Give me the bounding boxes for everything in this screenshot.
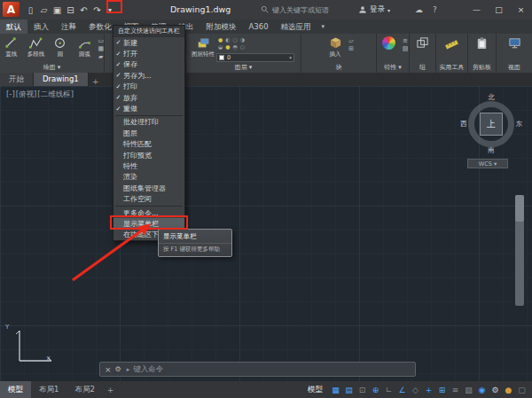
menu-item-save[interactable]: ✓保存 [113, 59, 184, 70]
layer-isolate-icon[interactable]: ◑ [240, 37, 245, 43]
autocad-logo-icon[interactable]: A [3, 2, 20, 17]
menu-item-open[interactable]: ✓打开 [113, 48, 184, 59]
close-button[interactable]: × [510, 0, 532, 20]
tab-annotate[interactable]: 注释 [55, 20, 82, 34]
arc-tool-button[interactable]: 圆弧 [74, 35, 97, 61]
menu-item-match-properties[interactable]: 特性匹配 [113, 139, 184, 150]
undo-icon[interactable]: ↶ [77, 3, 90, 17]
qat-customize-dropdown-button[interactable]: ▾ [104, 3, 116, 17]
tab-featured-apps[interactable]: 精选应用 [275, 20, 317, 34]
navigation-bar-thumb[interactable] [515, 195, 524, 222]
menu-item-undo[interactable]: ✓放弃 [113, 92, 184, 103]
match-properties-icon[interactable]: ≡ [403, 37, 409, 44]
layer-properties-button[interactable]: 图层特性 [190, 35, 216, 61]
tab-insert[interactable]: 插入 [27, 20, 55, 34]
annotation-scale-icon[interactable]: ◉ [475, 386, 489, 394]
polyline-tool-button[interactable]: 多段线 [25, 35, 48, 61]
clean-screen-icon[interactable]: ▢ [515, 386, 528, 394]
layer-unlock-icon[interactable]: ◓ [233, 44, 238, 50]
signin-button[interactable]: 登录 ▾ [358, 0, 390, 20]
drawing-area[interactable]: [-] [俯视] [二维线框] 北 南 西 东 上 WCS ▾ Y X × ⚙ … [0, 86, 532, 381]
help-search-box[interactable]: 键入关键字或短语 [261, 0, 329, 20]
save-icon[interactable]: ▣ [51, 3, 64, 17]
command-customize-icon[interactable]: ⚙ [115, 365, 121, 373]
paste-button[interactable] [471, 35, 494, 61]
view-button[interactable] [503, 35, 526, 61]
menu-item-render[interactable]: 渲染 [113, 172, 184, 183]
navigation-bar[interactable] [515, 195, 524, 306]
layer-lock-icon[interactable]: ○ [233, 37, 238, 43]
infer-constraints-icon[interactable]: ⊡ [356, 386, 369, 394]
menu-item-more-commands[interactable]: 更多命令... [113, 207, 184, 218]
panel-label-clipboard[interactable]: 剪贴板 [468, 63, 496, 72]
redo-icon[interactable]: ↷ [90, 3, 104, 17]
layer-on-icon[interactable]: ● [218, 37, 223, 43]
command-input[interactable]: 键入命令 [133, 364, 163, 375]
create-block-icon[interactable]: ▱ [348, 37, 354, 44]
viewcube-south-label[interactable]: 南 [460, 146, 522, 155]
layer-off-icon[interactable]: ◒ [218, 44, 223, 50]
layout-tab-layout2[interactable]: 布局2 [66, 381, 102, 398]
grid-icon[interactable]: ▦ [329, 386, 342, 394]
annotation-monitor-icon[interactable]: ● [502, 386, 515, 394]
layout-tab-model[interactable]: 模型 [0, 381, 31, 398]
hatch-icon[interactable]: ▦ [98, 45, 104, 52]
line-tool-button[interactable]: 直线 [0, 35, 23, 61]
menu-item-properties[interactable]: 特性 [113, 160, 184, 171]
group-button[interactable] [411, 35, 434, 61]
layer-freeze-icon[interactable]: ◐ [225, 37, 230, 43]
layer-thaw-icon[interactable]: ● [225, 44, 230, 50]
panel-label-block[interactable]: 块 [301, 63, 376, 72]
new-drawing-tab-button[interactable]: + [89, 77, 103, 86]
command-close-icon[interactable]: × [105, 365, 112, 374]
measure-button[interactable] [441, 35, 464, 61]
object-snap-tracking-icon[interactable]: + [422, 386, 435, 394]
polar-tracking-icon[interactable]: ∠ [395, 386, 409, 394]
rectangle-icon[interactable]: ▭ [98, 37, 104, 44]
transparency-icon[interactable]: ▨ [462, 386, 475, 394]
viewport-menu-button[interactable]: [-] [6, 90, 15, 100]
open-icon[interactable]: ▱ [37, 3, 51, 17]
viewcube-east-label[interactable]: 东 [516, 120, 523, 129]
wcs-dropdown[interactable]: WCS ▾ [467, 159, 508, 168]
layout-tab-layout1[interactable]: 布局1 [31, 381, 66, 398]
minimize-button[interactable]: — [466, 0, 488, 20]
linetype-icon[interactable]: ▨ [403, 45, 409, 52]
viewcube-north-label[interactable]: 北 [460, 93, 522, 102]
menu-item-saveas[interactable]: ✓另存为... [113, 70, 184, 81]
region-icon[interactable]: ▰ [98, 53, 104, 60]
tab-addins[interactable]: 附加模块 [200, 20, 243, 34]
view-control-button[interactable]: [俯视] [16, 90, 37, 100]
viewcube-top-face[interactable]: 上 [480, 113, 503, 136]
layer-select-combo[interactable]: 0 ▾ [216, 53, 294, 62]
panel-label-view[interactable]: 视图 [497, 63, 532, 72]
insert-block-button[interactable]: 插入 [324, 35, 347, 61]
isodraft-icon[interactable]: ◇ [409, 386, 422, 394]
edit-block-icon[interactable]: ⊞ [348, 45, 354, 52]
layer-walk-icon[interactable]: ○ [240, 44, 245, 50]
menu-item-batch-plot[interactable]: 批处理打印 [113, 117, 184, 128]
tab-home[interactable]: 默认 [0, 20, 27, 34]
plot-icon[interactable]: ⊟ [64, 3, 77, 17]
new-icon[interactable]: ▯ [24, 3, 37, 17]
menu-item-new[interactable]: ✓新建 [113, 37, 184, 48]
maximize-button[interactable]: □ [488, 0, 510, 20]
menu-item-plot-preview[interactable]: 打印预览 [113, 150, 184, 160]
panel-label-layers[interactable]: 图层 ▾ [186, 63, 301, 72]
dynamic-input-icon[interactable]: ⊕ [369, 386, 382, 394]
visual-style-button[interactable]: [二维线框] [37, 90, 74, 100]
menu-item-sheet-set-manager[interactable]: 图纸集管理器 [113, 183, 184, 193]
file-tab-drawing1[interactable]: Drawing1 [34, 73, 89, 86]
viewcube-west-label[interactable]: 西 [460, 120, 467, 129]
tab-a360[interactable]: A360 [243, 20, 275, 34]
new-layout-button[interactable]: + [103, 386, 119, 394]
lineweight-icon[interactable]: ≡ [449, 386, 462, 394]
properties-wheel-button[interactable] [378, 35, 401, 61]
panel-label-utilities[interactable]: 实用工具 [436, 63, 467, 72]
panel-label-properties[interactable]: 特性 ▾ [377, 63, 409, 72]
viewcube[interactable]: 北 南 西 东 上 [460, 93, 522, 155]
file-tab-start[interactable]: 开始 [0, 73, 34, 86]
workspace-gear-icon[interactable]: ⚙ [489, 386, 502, 394]
menu-item-workspace[interactable]: 工作空间 [113, 193, 184, 204]
menu-item-layer[interactable]: 图层 [113, 128, 184, 138]
